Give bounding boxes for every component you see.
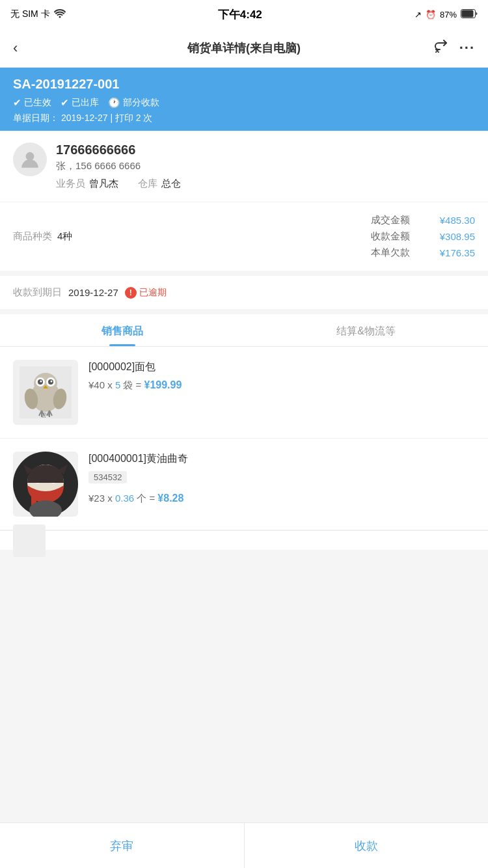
tabs-section: 销售商品 结算&物流等: [0, 314, 488, 347]
confirm-button[interactable]: 收款: [245, 823, 489, 868]
product-name-2: [000400001]黄油曲奇: [88, 452, 475, 466]
sales-rep-value: 曾凡杰: [89, 178, 118, 190]
status-right: ↗ ⏰ 87%: [414, 9, 478, 20]
warehouse-item: 仓库 总仓: [138, 178, 181, 190]
customer-meta: 业务员 曾凡杰 仓库 总仓: [56, 178, 475, 190]
order-status-tags: ✔ 已生效 ✔ 已出库 🕐 部分收款: [13, 97, 475, 109]
status-left: 无 SIM 卡: [10, 8, 66, 20]
deal-amount-label: 成交金额: [371, 214, 410, 226]
bottom-bar: 弃审 收款: [0, 822, 488, 868]
unit-price-1: ¥40: [88, 379, 105, 390]
product-item: 管+ [0000002]面包 ¥40 x 5 袋 = ¥199.99: [0, 347, 488, 439]
product-types: 商品种类 4种: [13, 230, 371, 243]
customer-info: 17666666666 张，156 6666 6666 业务员 曾凡杰 仓库 总…: [56, 142, 475, 190]
product-thumbnail-1: 管+: [13, 360, 78, 425]
order-date: 2019-12-27: [61, 113, 108, 123]
customer-id: 17666666666: [56, 142, 475, 157]
unit-1: 袋: [123, 379, 133, 390]
due-date-label: 收款到期日: [13, 286, 62, 299]
overdue-badge: ! 已逾期: [125, 287, 167, 299]
check-icon-1: ✔: [13, 97, 21, 109]
print-info: | 打印 2 次: [110, 113, 152, 123]
overdue-text: 已逾期: [139, 287, 167, 299]
quantity-1: 5: [115, 379, 120, 390]
tab-sales-label: 销售商品: [102, 325, 143, 336]
products-list: 管+ [0000002]面包 ¥40 x 5 袋 = ¥199.99: [0, 347, 488, 550]
quantity-2: 0.36: [115, 493, 134, 504]
product-price-2: ¥23 x 0.36 个 = ¥8.28: [88, 493, 475, 505]
product-item-2: [000400001]黄油曲奇 534532 ¥23 x 0.36 个 = ¥8…: [0, 439, 488, 530]
carrier-text: 无 SIM 卡: [10, 8, 50, 20]
clock-icon: 🕐: [108, 97, 120, 109]
deal-amount-row: 成交金额 ¥485.30: [371, 214, 475, 226]
location-icon: ↗: [414, 10, 422, 20]
status-time: 下午4:42: [218, 7, 262, 22]
alarm-icon: ⏰: [426, 10, 436, 20]
status-tag-effective: ✔ 已生效: [13, 97, 51, 109]
product-info-2: [000400001]黄油曲奇 534532 ¥23 x 0.36 个 = ¥8…: [88, 452, 475, 505]
battery-percent: 87%: [440, 10, 457, 20]
customer-contact: 张，156 6666 6666: [56, 160, 475, 172]
amount-section: 商品种类 4种 成交金额 ¥485.30 收款金额 ¥308.95 本单欠款 ¥…: [0, 202, 488, 276]
received-value: ¥308.95: [423, 231, 475, 242]
debt-row: 本单欠款 ¥176.35: [371, 247, 475, 259]
warehouse-label: 仓库: [138, 178, 157, 190]
product-sku-2: 534532: [88, 471, 127, 483]
product-name-1: [0000002]面包: [88, 360, 475, 374]
back-button[interactable]: ‹: [8, 34, 23, 62]
share-icon[interactable]: [433, 39, 448, 57]
product-info-1: [0000002]面包 ¥40 x 5 袋 = ¥199.99: [88, 360, 475, 392]
amount-right: 成交金额 ¥485.30 收款金额 ¥308.95 本单欠款 ¥176.35: [371, 214, 475, 259]
tab-underline: [109, 344, 135, 346]
product-price-1: ¥40 x 5 袋 = ¥199.99: [88, 379, 475, 392]
sales-rep-item: 业务员 曾凡杰: [56, 178, 118, 190]
order-header-banner: SA-20191227-001 ✔ 已生效 ✔ 已出库 🕐 部分收款 单据日期：…: [0, 68, 488, 131]
status-tag-partial-payment: 🕐 部分收款: [108, 97, 159, 109]
debt-label: 本单欠款: [371, 247, 410, 259]
customer-section: 17666666666 张，156 6666 6666 业务员 曾凡杰 仓库 总…: [0, 131, 488, 202]
due-date-value: 2019-12-27: [68, 287, 118, 298]
product-thumbnail-2: [13, 452, 78, 517]
tab-sales-products[interactable]: 销售商品: [0, 314, 244, 346]
tag-shipped-label: 已出库: [72, 97, 99, 109]
unit-price-2: ¥23: [88, 493, 105, 504]
warehouse-value: 总仓: [161, 178, 181, 190]
check-icon-2: ✔: [61, 97, 69, 109]
battery-icon: [461, 9, 478, 20]
tag-partial-label: 部分收款: [123, 97, 159, 109]
product-types-value: 4种: [57, 230, 72, 243]
tab-settlement-label: 结算&物流等: [336, 325, 396, 336]
order-date-line: 单据日期： 2019-12-27 | 打印 2 次: [13, 113, 475, 124]
nav-title: 销货单详情(来自电脑): [187, 40, 301, 56]
overdue-warning-icon: !: [125, 287, 137, 299]
sales-rep-label: 业务员: [56, 178, 85, 190]
date-label: 单据日期：: [13, 113, 59, 123]
wifi-icon: [54, 9, 66, 20]
cancel-label: 弃审: [110, 838, 133, 854]
svg-point-11: [51, 381, 53, 383]
svg-rect-1: [461, 10, 473, 17]
confirm-label: 收款: [355, 838, 378, 854]
deal-amount-value: ¥485.30: [423, 215, 475, 226]
customer-avatar: [13, 142, 47, 176]
more-icon[interactable]: ···: [459, 40, 475, 57]
svg-point-10: [40, 381, 42, 383]
order-id: SA-20191227-001: [13, 77, 475, 92]
tag-effective-label: 已生效: [24, 97, 51, 109]
total-2: ¥8.28: [157, 493, 183, 504]
svg-text:管+: 管+: [41, 412, 50, 418]
received-row: 收款金额 ¥308.95: [371, 230, 475, 243]
status-bar: 无 SIM 卡 下午4:42 ↗ ⏰ 87%: [0, 0, 488, 29]
unit-2: 个: [137, 493, 146, 504]
tab-settlement[interactable]: 结算&物流等: [244, 314, 488, 346]
nav-bar: ‹ 销货单详情(来自电脑) ···: [0, 29, 488, 68]
debt-value: ¥176.35: [423, 247, 475, 258]
received-label: 收款金额: [371, 230, 410, 243]
status-tag-shipped: ✔ 已出库: [61, 97, 99, 109]
nav-actions: ···: [433, 39, 475, 57]
cancel-button[interactable]: 弃审: [0, 823, 245, 868]
product-types-label: 商品种类: [13, 230, 52, 243]
total-1: ¥199.99: [144, 379, 182, 390]
svg-point-2: [26, 152, 34, 161]
due-date-section: 收款到期日 2019-12-27 ! 已逾期: [0, 276, 488, 314]
